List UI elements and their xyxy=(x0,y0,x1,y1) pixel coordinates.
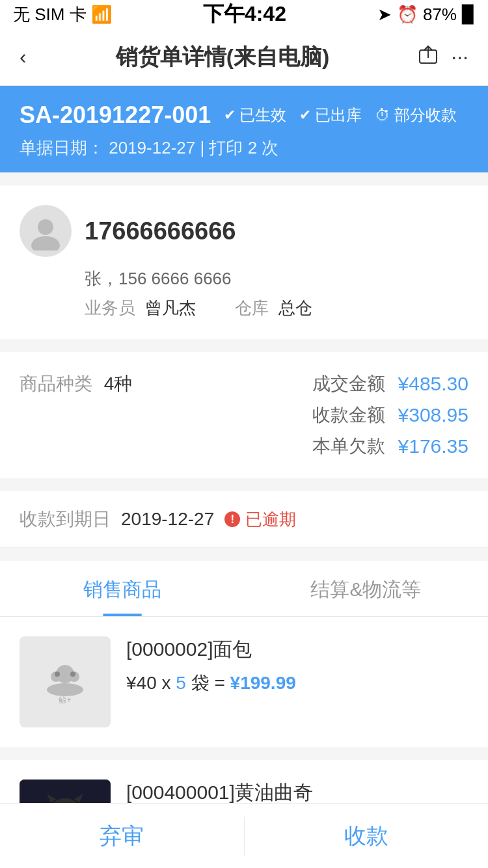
back-button[interactable]: ‹ xyxy=(20,45,27,69)
product-name-1: [0000002]面包 xyxy=(126,636,468,663)
deal-amount-label: 成交金额 xyxy=(312,372,385,396)
sales-person: 曾凡杰 xyxy=(145,298,196,318)
customer-meta: 业务员 曾凡杰 仓库 总仓 xyxy=(20,297,468,319)
svg-point-9 xyxy=(70,671,75,677)
location-icon: ➤ xyxy=(377,5,392,25)
product-image-1: 鲸+ xyxy=(20,636,111,727)
due-date-label: 收款到期日 xyxy=(20,507,111,532)
category-label: 商品种类 xyxy=(20,373,92,394)
cancel-button[interactable]: 弃审 xyxy=(0,804,244,868)
customer-phone: 17666666666 xyxy=(85,217,236,245)
product-name-2: [000400001]黄油曲奇 xyxy=(126,780,468,806)
overdue-badge: ! 已逾期 xyxy=(224,508,296,531)
tab-settlement-logistics[interactable]: 结算&物流等 xyxy=(244,561,488,616)
amounts: 成交金额 ¥485.30 收款金额 ¥308.95 本单欠款 ¥176.35 xyxy=(312,372,468,459)
owed-amount: ¥176.35 xyxy=(398,435,468,457)
svg-point-2 xyxy=(38,219,53,235)
collected-label: 收款金额 xyxy=(312,403,385,427)
nav-bar: ‹ 销货单详情(来自电脑) ··· xyxy=(0,29,488,86)
deal-amount: ¥485.30 xyxy=(398,373,468,395)
status-time: 下午4:42 xyxy=(203,0,286,29)
sales-label: 业务员 xyxy=(85,298,135,318)
avatar xyxy=(20,205,72,257)
product-price-1: ¥40 x 5 袋 = ¥199.99 xyxy=(126,671,468,696)
status-left: 无 SIM 卡 📶 xyxy=(13,3,112,26)
due-date: 2019-12-27 xyxy=(121,509,214,530)
status-badge-shipped: ✔ 已出库 xyxy=(299,105,362,126)
warehouse: 总仓 xyxy=(278,298,312,318)
confirm-button[interactable]: 收款 xyxy=(245,804,489,868)
status-badge-partial: ⏱ 部分收款 xyxy=(375,105,457,126)
list-item: 鲸+ [0000002]面包 ¥40 x 5 袋 = ¥199.99 xyxy=(0,617,488,747)
svg-point-8 xyxy=(55,671,60,677)
warehouse-label: 仓库 xyxy=(235,298,269,318)
page-title: 销货单详情(来自电脑) xyxy=(116,42,330,72)
tab-sales-products[interactable]: 销售商品 xyxy=(0,561,244,616)
svg-point-7 xyxy=(47,683,83,696)
order-date-info: 单据日期： 2019-12-27 | 打印 2 次 xyxy=(20,137,468,159)
alarm-icon: ⏰ xyxy=(397,5,418,25)
summary-section: 商品种类 4种 成交金额 ¥485.30 收款金额 ¥308.95 本单欠款 ¥… xyxy=(0,352,488,478)
battery-icon: ▉ xyxy=(462,5,475,25)
share-button[interactable] xyxy=(418,45,438,70)
product-tabs: 销售商品 结算&物流等 xyxy=(0,561,488,617)
battery-text: 87% xyxy=(423,5,457,25)
due-date-section: 收款到期日 2019-12-27 ! 已逾期 xyxy=(0,491,488,548)
category-count: 4种 xyxy=(104,373,133,394)
overdue-text: 已逾期 xyxy=(245,508,296,531)
collected-amount: ¥308.95 xyxy=(398,404,468,426)
product-info-1: [0000002]面包 ¥40 x 5 袋 = ¥199.99 xyxy=(126,636,468,696)
customer-section: 17666666666 张，156 6666 6666 业务员 曾凡杰 仓库 总… xyxy=(0,185,488,339)
status-bar: 无 SIM 卡 📶 下午4:42 ➤ ⏰ 87% ▉ xyxy=(0,0,488,29)
owed-label: 本单欠款 xyxy=(312,434,385,459)
overdue-icon: ! xyxy=(224,511,240,527)
svg-text:鲸+: 鲸+ xyxy=(59,696,71,705)
status-right: ➤ ⏰ 87% ▉ xyxy=(377,5,475,25)
svg-point-3 xyxy=(31,236,60,251)
order-id: SA-20191227-001 xyxy=(20,102,211,129)
customer-name: 张，156 6666 6666 xyxy=(20,267,468,290)
more-button[interactable]: ··· xyxy=(451,45,468,69)
status-badge-effective: ✔ 已生效 xyxy=(224,105,286,126)
bottom-action-bar: 弃审 收款 xyxy=(0,803,488,868)
order-header: SA-20191227-001 ✔ 已生效 ✔ 已出库 ⏱ 部分收款 单据日期：… xyxy=(0,86,488,172)
nav-actions: ··· xyxy=(418,45,468,70)
